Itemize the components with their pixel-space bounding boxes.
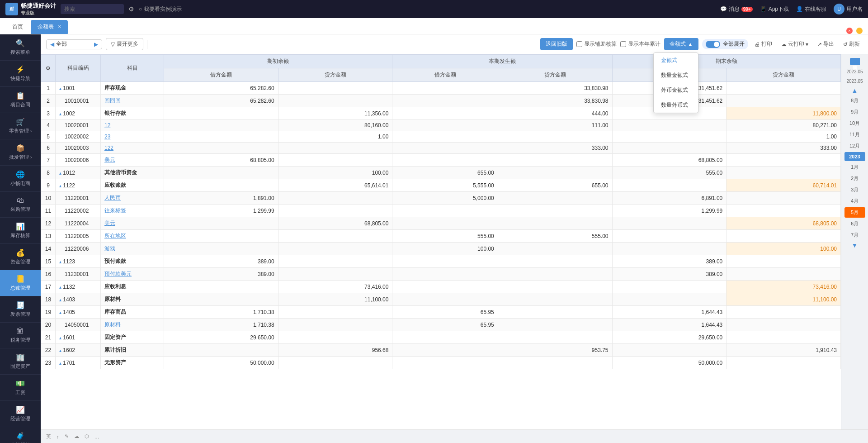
- account-search-box[interactable]: ◀ ▶: [46, 39, 102, 49]
- row-subject[interactable]: 所在地区: [101, 230, 164, 243]
- sidebar-item-project[interactable]: 📋 项目合同: [0, 87, 41, 113]
- account-search-input[interactable]: [56, 41, 92, 48]
- search-forward-icon[interactable]: ▶: [94, 41, 98, 48]
- sidebar-item-salary[interactable]: 💵 工资: [0, 375, 41, 401]
- row-qm_debit[interactable]: 555.00: [612, 167, 726, 179]
- header-settings-icon[interactable]: ⚙: [128, 5, 134, 13]
- dropdown-item-shuliangwaibi[interactable]: 数量外币式: [654, 98, 698, 113]
- sidebar-item-search[interactable]: 🔍 搜索菜单: [0, 34, 41, 61]
- row-qm_debit[interactable]: 6,891.00: [612, 192, 726, 205]
- row-subject[interactable]: 美元: [101, 217, 164, 230]
- sidebar-item-purchase[interactable]: 🛍 采购管理: [0, 192, 41, 218]
- sidebar-item-capital[interactable]: 💰 资金管理: [0, 244, 41, 270]
- bottom-lang[interactable]: 英: [46, 433, 51, 440]
- bottom-arrow[interactable]: ↑: [57, 434, 59, 439]
- row-qm_debit[interactable]: 1,644.43: [612, 306, 726, 319]
- sidebar-item-invoice[interactable]: 🧾 发票管理: [0, 296, 41, 323]
- message-btn[interactable]: 💬 消息 99+: [720, 5, 753, 13]
- bottom-edit[interactable]: ✎: [65, 433, 69, 439]
- row-qc_credit[interactable]: 80,160.00: [278, 120, 392, 131]
- year-total-check-label[interactable]: 显示本年累计: [620, 40, 660, 48]
- th-settings[interactable]: ⚙: [41, 55, 56, 82]
- window-close-btn[interactable]: ×: [846, 28, 853, 34]
- header-search-input[interactable]: [61, 4, 124, 14]
- row-qm_credit[interactable]: 100.00: [726, 243, 841, 255]
- row-qm_debit[interactable]: 68,805.00: [612, 154, 726, 167]
- row-qc_debit[interactable]: 1,891.00: [164, 192, 278, 205]
- row-subject[interactable]: 回回回: [101, 95, 164, 107]
- row-qm_credit[interactable]: 80,271.00: [726, 120, 841, 131]
- row-bf_credit[interactable]: 555.00: [498, 230, 612, 243]
- month-7[interactable]: 7月: [844, 230, 865, 240]
- row-qc_debit[interactable]: 29,650.00: [164, 331, 278, 344]
- row-subject[interactable]: 游戏: [101, 243, 164, 255]
- sidebar-item-sales[interactable]: 🧳 小畅报销: [0, 427, 41, 443]
- row-qc_debit[interactable]: 50,000.00: [164, 357, 278, 369]
- row-subject[interactable]: 人民币: [101, 192, 164, 205]
- dropdown-item-shuliangjine[interactable]: 数量金额式: [654, 68, 698, 83]
- tab-home[interactable]: 首页: [5, 20, 30, 34]
- row-qm_debit[interactable]: 1,299.99: [612, 205, 726, 217]
- cloud-print-btn[interactable]: ☁ 云打印 ▾: [778, 38, 811, 50]
- row-qc_credit[interactable]: 11,100.00: [278, 293, 392, 306]
- row-bf_credit[interactable]: 33,830.98: [498, 82, 612, 95]
- month-10[interactable]: 10月: [844, 118, 865, 129]
- row-qc_credit[interactable]: 1.00: [278, 131, 392, 143]
- row-bf_credit[interactable]: 953.75: [498, 344, 612, 357]
- row-qm_debit[interactable]: 389.00: [612, 268, 726, 281]
- month-5-active[interactable]: 5月: [844, 207, 865, 218]
- year-total-check-input[interactable]: [620, 41, 626, 47]
- row-subject[interactable]: 12: [101, 120, 164, 131]
- export-btn[interactable]: ↗ 导出: [815, 38, 837, 50]
- row-qc_debit[interactable]: 389.00: [164, 268, 278, 281]
- row-bf_credit[interactable]: 333.00: [498, 143, 612, 154]
- sidebar-item-tax[interactable]: 🏛 税务管理: [0, 323, 41, 348]
- sidebar-item-accounting[interactable]: 📒 总账管理: [0, 270, 41, 296]
- month-12[interactable]: 12月: [844, 141, 865, 151]
- row-qc_credit[interactable]: 73,416.00: [278, 281, 392, 293]
- row-subject[interactable]: 往来标签: [101, 205, 164, 217]
- panel-collapse-btn[interactable]: 期间选择: [850, 58, 860, 65]
- row-subject[interactable]: 23: [101, 131, 164, 143]
- month-2[interactable]: 2月: [844, 173, 865, 184]
- bottom-more[interactable]: …: [94, 434, 99, 439]
- row-qc_debit[interactable]: 389.00: [164, 255, 278, 268]
- bottom-hex[interactable]: ⬡: [85, 433, 89, 439]
- row-subject[interactable]: 122: [101, 143, 164, 154]
- row-bf_debit[interactable]: 65.95: [392, 306, 498, 319]
- expand-more-btn[interactable]: ▽ 展开更多: [106, 38, 143, 50]
- row-qc_credit[interactable]: 68,805.00: [278, 217, 392, 230]
- row-qm_debit[interactable]: 50,000.00: [612, 357, 726, 369]
- amount-mode-btn[interactable]: 金额式 ▲: [664, 38, 698, 50]
- row-bf_debit[interactable]: 655.00: [392, 167, 498, 179]
- row-qc_credit[interactable]: 100.00: [278, 167, 392, 179]
- sidebar-item-ecommerce[interactable]: 🌐 小畅电商: [0, 166, 41, 192]
- column-settings-icon[interactable]: ⚙: [46, 65, 51, 71]
- row-subject[interactable]: 美元: [101, 154, 164, 167]
- row-bf_credit[interactable]: 111.00: [498, 120, 612, 131]
- row-qm_credit[interactable]: 73,416.00: [726, 281, 841, 293]
- expand-all-toggle[interactable]: 全部展开: [702, 39, 748, 49]
- month-1[interactable]: 1月: [844, 162, 865, 172]
- row-qm_credit[interactable]: 1,910.43: [726, 344, 841, 357]
- date-up-arrow[interactable]: ▲: [851, 86, 859, 95]
- row-qc_debit[interactable]: 1,710.38: [164, 319, 278, 331]
- row-qm_debit[interactable]: 389.00: [612, 255, 726, 268]
- dropdown-item-jine[interactable]: 金额式: [654, 53, 698, 68]
- row-bf_debit[interactable]: 5,555.00: [392, 179, 498, 192]
- row-qm_debit[interactable]: 29,650.00: [612, 331, 726, 344]
- aux-check-input[interactable]: [576, 41, 582, 47]
- sidebar-item-ops[interactable]: 📈 经营管理: [0, 401, 41, 427]
- sidebar-item-assets[interactable]: 🏢 固定资产: [0, 348, 41, 375]
- row-qm_credit[interactable]: 333.00: [726, 143, 841, 154]
- sidebar-item-inventory[interactable]: 📊 库存核算: [0, 218, 41, 244]
- month-9[interactable]: 9月: [844, 107, 865, 117]
- dropdown-item-waibijine[interactable]: 外币金额式: [654, 83, 698, 98]
- row-subject[interactable]: 原材料: [101, 319, 164, 331]
- month-3[interactable]: 3月: [844, 185, 865, 195]
- window-min-btn[interactable]: —: [856, 28, 863, 34]
- month-11[interactable]: 11月: [844, 129, 865, 140]
- row-bf_credit[interactable]: 444.00: [498, 107, 612, 120]
- row-bf_debit[interactable]: 5,000.00: [392, 192, 498, 205]
- row-bf_credit[interactable]: 33,830.98: [498, 95, 612, 107]
